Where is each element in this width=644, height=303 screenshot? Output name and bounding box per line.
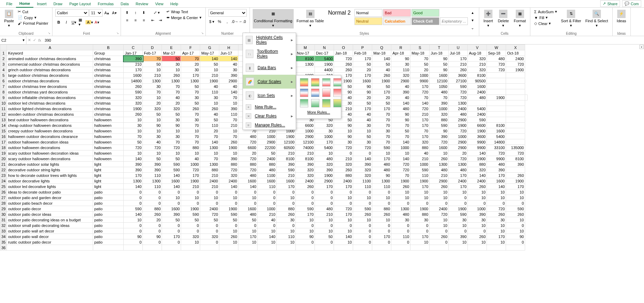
cell-D2[interactable]: 70 bbox=[143, 56, 162, 62]
cell-P1[interactable]: Feb-18▾ bbox=[353, 50, 372, 56]
cell-T26[interactable]: 10 bbox=[430, 189, 449, 195]
cell-T29[interactable]: 2400 bbox=[430, 206, 449, 212]
cell-D15[interactable]: 10 bbox=[143, 128, 162, 134]
cell-G31[interactable]: 50 bbox=[200, 217, 219, 223]
cell-S28[interactable]: 0 bbox=[410, 200, 430, 206]
cell-Q5[interactable]: 260 bbox=[372, 73, 391, 78]
cell-I29[interactable]: 1600 bbox=[238, 206, 258, 212]
cell-T14[interactable]: 590 bbox=[430, 123, 449, 128]
cell-V4[interactable]: 320 bbox=[468, 67, 487, 73]
cell-U27[interactable]: 0 bbox=[449, 195, 468, 200]
cell-P4[interactable]: 20 bbox=[353, 67, 372, 73]
cell-A3[interactable]: commercial outdoor christmas decorations bbox=[7, 62, 93, 67]
cell-R25[interactable]: 260 bbox=[391, 184, 410, 189]
cell-G17[interactable]: 140 bbox=[200, 139, 219, 145]
cell-P35[interactable]: 0 bbox=[353, 239, 372, 245]
cell-G21[interactable]: 1300 bbox=[200, 162, 219, 167]
cell-D28[interactable]: 0 bbox=[143, 200, 162, 206]
cell-N15[interactable]: 30 bbox=[315, 128, 334, 134]
cell-V9[interactable]: 480 bbox=[468, 95, 487, 100]
cell-X24[interactable]: 1900 bbox=[506, 178, 525, 184]
cell-W13[interactable] bbox=[487, 117, 506, 123]
col-header-M[interactable]: M bbox=[296, 45, 315, 50]
cell-U8[interactable]: 720 bbox=[449, 89, 468, 95]
menu-icon-sets[interactable]: ◐Icon Sets▸ bbox=[243, 89, 296, 103]
cell-G6[interactable]: 1900 bbox=[200, 78, 219, 84]
cell-T35[interactable]: 0 bbox=[430, 239, 449, 245]
cell-B28[interactable]: patio bbox=[93, 200, 124, 206]
cell-U9[interactable]: 720 bbox=[449, 95, 468, 100]
cell-B32[interactable]: patio bbox=[93, 223, 124, 228]
cell-R14[interactable]: 70 bbox=[391, 123, 410, 128]
cell-W5[interactable] bbox=[487, 73, 506, 78]
cell-L28[interactable]: 0 bbox=[277, 200, 296, 206]
cell-U24[interactable]: 2400 bbox=[449, 178, 468, 184]
cell-C17[interactable]: 50 bbox=[124, 139, 143, 145]
cell-S14[interactable]: 170 bbox=[410, 123, 430, 128]
cell-X18[interactable]: 135000 bbox=[506, 145, 525, 150]
cell-M25[interactable]: 260 bbox=[296, 184, 315, 189]
cell-W35[interactable]: 10 bbox=[487, 239, 506, 245]
cell-R3[interactable]: 30 bbox=[391, 62, 410, 67]
cell-P9[interactable]: 20 bbox=[353, 95, 372, 100]
cell-H20[interactable]: 390 bbox=[219, 156, 238, 162]
cell-S22[interactable]: 590 bbox=[410, 167, 430, 173]
cell-S13[interactable]: 170 bbox=[410, 117, 430, 123]
cell-U15[interactable]: 720 bbox=[449, 128, 468, 134]
cell-Q22[interactable]: 480 bbox=[372, 167, 391, 173]
cell-J17[interactable]: 2900 bbox=[258, 139, 277, 145]
col-header-B[interactable]: B bbox=[93, 45, 124, 50]
cell-C1[interactable]: Jan-17▾ bbox=[124, 50, 143, 56]
cell-W20[interactable]: 9900 bbox=[487, 156, 506, 162]
row-header-17[interactable]: 17 bbox=[0, 139, 7, 145]
cell-L27[interactable]: 10 bbox=[277, 195, 296, 200]
cell-J26[interactable]: 0 bbox=[258, 189, 277, 195]
cell-Q26[interactable]: 0 bbox=[372, 189, 391, 195]
cell-W15[interactable]: 1600 bbox=[487, 128, 506, 134]
cell-L18[interactable]: 60500 bbox=[277, 145, 296, 150]
cell-V11[interactable]: 5400 bbox=[468, 106, 487, 112]
cell-F14[interactable]: 70 bbox=[181, 123, 200, 128]
color-scale-gyr[interactable] bbox=[300, 78, 308, 87]
cell-C10[interactable]: 320 bbox=[124, 100, 143, 106]
cell-R31[interactable]: 30 bbox=[391, 217, 410, 223]
cell-P21[interactable]: 390 bbox=[353, 162, 372, 167]
cell-D18[interactable]: 720 bbox=[143, 145, 162, 150]
cell-U11[interactable]: 2400 bbox=[449, 106, 468, 112]
cell-N3[interactable]: 1900 bbox=[315, 62, 334, 67]
cell-G27[interactable]: 10 bbox=[200, 195, 219, 200]
cell-B35[interactable]: patio bbox=[93, 239, 124, 245]
cell-M28[interactable]: 0 bbox=[296, 200, 315, 206]
cell-R35[interactable]: 0 bbox=[391, 239, 410, 245]
cancel-formula[interactable]: ✕ bbox=[28, 38, 31, 42]
cell-R34[interactable]: 110 bbox=[391, 234, 410, 239]
cell-A4[interactable]: grinch outdoor christmas decorations bbox=[7, 67, 93, 73]
cell-C13[interactable]: 10 bbox=[124, 117, 143, 123]
cell-S26[interactable]: 10 bbox=[410, 189, 430, 195]
cell-E3[interactable]: 30 bbox=[162, 62, 181, 67]
cell-C5[interactable]: 1600 bbox=[124, 73, 143, 78]
row-header-27[interactable]: 27 bbox=[0, 195, 7, 200]
cell-F20[interactable]: 40 bbox=[181, 156, 200, 162]
color-scale-wr[interactable] bbox=[322, 89, 331, 97]
cell-H30[interactable]: 590 bbox=[219, 212, 238, 217]
cell-B31[interactable]: patio bbox=[93, 217, 124, 223]
row-header-35[interactable]: 35 bbox=[0, 239, 7, 245]
cell-U21[interactable]: 1300 bbox=[449, 162, 468, 167]
cell-C22[interactable]: 390 bbox=[124, 167, 143, 173]
tab-insert[interactable]: Insert bbox=[33, 0, 50, 7]
cell-W9[interactable]: 1900 bbox=[487, 95, 506, 100]
color-scale-bwr[interactable] bbox=[300, 89, 308, 97]
align-bottom[interactable]: ⬇ bbox=[140, 9, 147, 16]
cell-H22[interactable]: 720 bbox=[219, 167, 238, 173]
cell-H6[interactable]: 2900 bbox=[219, 78, 238, 84]
italic-button[interactable]: I bbox=[63, 19, 70, 26]
menu-new-rule[interactable]: +New Rule... bbox=[243, 103, 296, 112]
cell-H1[interactable]: Jun-17▾ bbox=[219, 50, 238, 56]
cell-W19[interactable]: 720 bbox=[487, 150, 506, 156]
cell-N27[interactable]: 0 bbox=[315, 195, 334, 200]
cell-A23[interactable]: how to decorate outdoor trees with light… bbox=[7, 173, 93, 178]
cell-V29[interactable]: 1000 bbox=[468, 206, 487, 212]
row-header-30[interactable]: 30 bbox=[0, 212, 7, 217]
color-scale-rw[interactable] bbox=[333, 89, 342, 97]
